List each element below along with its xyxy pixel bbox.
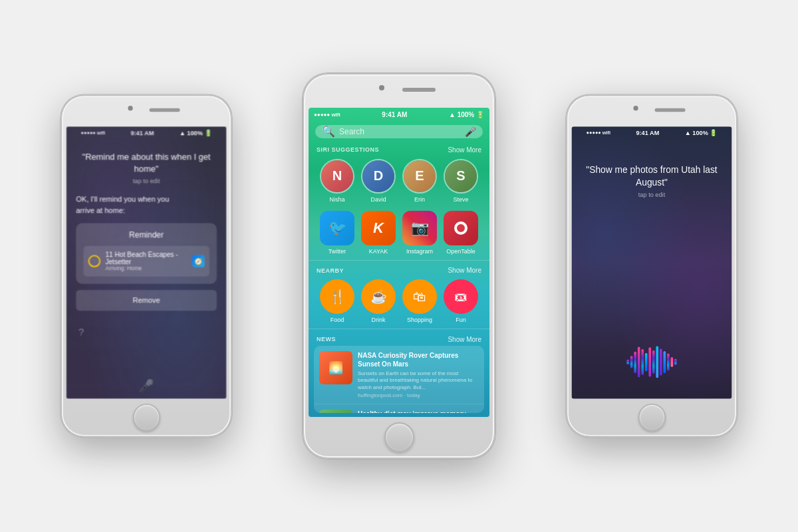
food-icon: 🍴 [320, 279, 354, 314]
home-button-left[interactable] [132, 404, 160, 431]
battery-center: ▲ 100% 🔋 [449, 111, 484, 118]
shopping-icon: 🛍 [402, 279, 437, 314]
camera-right [633, 106, 638, 110]
app-name-twitter: Twitter [329, 248, 346, 255]
tap-to-edit-left[interactable]: tap to edit [133, 178, 160, 184]
nearby-drink[interactable]: ☕ Drink [361, 279, 396, 323]
nearby-name-drink: Drink [371, 317, 385, 323]
siri-quote-left: "Remind me about this when I get home" [76, 151, 217, 175]
wave-7 [648, 347, 651, 376]
speaker-center [402, 88, 436, 92]
wave-3 [634, 351, 636, 372]
status-bar-center: ●●●●● wifi 9:41 AM ▲ 100% 🔋 [309, 108, 489, 121]
news-label: NEWS [317, 336, 336, 342]
nearby-fun[interactable]: 🎟 Fun [444, 279, 478, 323]
contact-steve[interactable]: S Steve [444, 159, 478, 203]
siri-background-left: ●●●●● wifi 9:41 AM ▲ 100% 🔋 "Remind me a… [66, 126, 226, 398]
time-right: 9:41 AM [636, 129, 659, 136]
news-show-more[interactable]: Show More [448, 336, 481, 343]
siri-suggestions-show-more[interactable]: Show More [448, 146, 481, 154]
iphone-center: ●●●●● wifi 9:41 AM ▲ 100% 🔋 🔍 Search 🎤 S… [303, 73, 495, 459]
contact-nisha[interactable]: N Nisha [320, 159, 354, 203]
wave-9 [656, 346, 658, 378]
fun-icon: 🎟 [444, 279, 478, 314]
nearby-row: 🍴 Food ☕ Drink 🛍 Shopping 🎟 Fun [309, 277, 489, 329]
siri-response-left: OK, I'll remind you when youarrive at ho… [76, 194, 169, 216]
search-icon: 🔍 [322, 125, 335, 138]
wave-12 [667, 354, 670, 371]
contact-name-steve: Steve [453, 196, 468, 203]
avatar-nisha: N [320, 159, 354, 194]
battery-right: ▲ 100% 🔋 [685, 129, 718, 136]
news-source-1: huffingtonpost.com · today [358, 392, 479, 398]
phone-top-left [62, 96, 231, 126]
app-opentable[interactable]: OpenTable [444, 211, 478, 255]
divider-1 [309, 260, 489, 261]
signal-right: ●●●●● wifi [587, 130, 611, 135]
home-button-right[interactable] [638, 404, 665, 431]
instagram-icon: 📷 [402, 211, 437, 245]
contact-david[interactable]: D David [361, 159, 396, 203]
wave-1 [626, 360, 629, 364]
nearby-show-more[interactable]: Show More [448, 267, 481, 274]
wave-4 [638, 346, 640, 377]
question-mark: ? [78, 327, 84, 338]
mic-button-center[interactable]: 🎤 [465, 126, 476, 137]
wave-13 [671, 357, 674, 367]
opentable-icon [444, 211, 478, 245]
app-instagram[interactable]: 📷 Instagram [402, 211, 437, 255]
search-bar[interactable]: 🔍 Search 🎤 [315, 125, 483, 138]
avatar-erin: E [402, 159, 437, 194]
nearby-shopping[interactable]: 🛍 Shopping [402, 279, 437, 323]
wave-11 [663, 351, 666, 373]
contact-name-david: David [370, 196, 386, 203]
news-item-2[interactable]: 🥦 Healthy diet may improve memory, says … [314, 404, 484, 413]
reminder-text: 11 Hot Beach Escapes - Jetsetter Arrivin… [105, 251, 187, 271]
nearby-header: NEARBY Show More [309, 263, 489, 277]
speaker-left [150, 108, 180, 112]
twitter-icon: 🐦 [320, 211, 354, 245]
speaker-right [655, 108, 686, 112]
news-title-2: Healthy diet may improve memory, says st… [358, 410, 479, 413]
contacts-row: N Nisha D David E Erin [309, 156, 489, 208]
news-thumb-1: 🌅 [319, 351, 352, 384]
app-twitter[interactable]: 🐦 Twitter [320, 211, 354, 255]
contact-name-erin: Erin [414, 196, 425, 203]
screen-right: ●●●●● wifi 9:41 AM ▲ 100% 🔋 "Show me pho… [571, 126, 732, 398]
siri-suggestions-label: SIRI SUGGESTIONS [317, 146, 379, 153]
reminder-card: Reminder 11 Hot Beach Escapes - Jetsette… [76, 223, 217, 284]
reminder-item[interactable]: 11 Hot Beach Escapes - Jetsetter Arrivin… [83, 246, 209, 277]
news-thumb-2: 🥦 [319, 410, 352, 413]
news-title-1: NASA Curiosity Rover Captures Sunset On … [358, 351, 479, 368]
news-header: NEWS Show More [309, 332, 489, 346]
wave-6 [645, 353, 648, 372]
siri-quote-right: "Show me photos from Utah last August" [581, 163, 722, 189]
time-center: 9:41 AM [382, 111, 407, 118]
nearby-name-shopping: Shopping [407, 317, 432, 323]
news-content-1: NASA Curiosity Rover Captures Sunset On … [358, 351, 479, 398]
nearby-food[interactable]: 🍴 Food [320, 279, 354, 323]
tap-to-edit-right[interactable]: tap to edit [638, 192, 665, 198]
app-kayak[interactable]: K KAYAK [361, 211, 396, 255]
avatar-steve: S [444, 159, 478, 194]
siri-suggestions-header: SIRI SUGGESTIONS Show More [309, 142, 489, 156]
wave-10 [660, 348, 662, 375]
mic-icon-left[interactable]: 🎤 [139, 378, 154, 392]
app-name-instagram: Instagram [406, 248, 433, 255]
news-item-1[interactable]: 🌅 NASA Curiosity Rover Captures Sunset O… [314, 346, 484, 404]
reminder-item-subtitle: Arriving: Home [105, 265, 187, 271]
time-left: 9:41 AM [130, 129, 154, 136]
safari-icon: 🧭 [192, 255, 204, 267]
status-bar-right: ●●●●● wifi 9:41 AM ▲ 100% 🔋 [581, 126, 722, 138]
camera-center [379, 85, 384, 90]
avatar-david: D [361, 159, 396, 194]
screen-center: ●●●●● wifi 9:41 AM ▲ 100% 🔋 🔍 Search 🎤 S… [309, 108, 489, 417]
kayak-icon: K [361, 211, 396, 245]
wave-2 [630, 356, 633, 368]
home-button-center[interactable] [384, 422, 414, 452]
contact-erin[interactable]: E Erin [402, 159, 437, 203]
apps-row: 🐦 Twitter K KAYAK 📷 Instagram [309, 208, 489, 260]
iphone-right: ●●●●● wifi 9:41 AM ▲ 100% 🔋 "Show me pho… [566, 94, 737, 437]
remove-button[interactable]: Remove [76, 290, 217, 311]
screen-left: ●●●●● wifi 9:41 AM ▲ 100% 🔋 "Remind me a… [66, 126, 226, 398]
